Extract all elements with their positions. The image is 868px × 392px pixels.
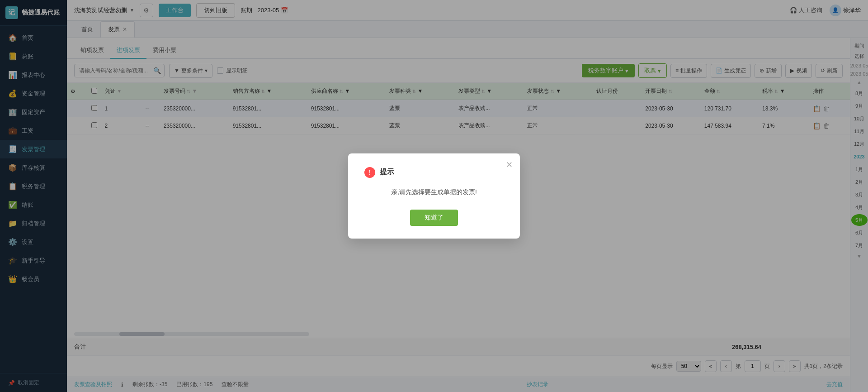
modal-title-row: ! 提示 [364,167,504,178]
warning-icon: ! [364,167,375,178]
modal-footer: 知道了 [364,210,504,226]
modal-close-button[interactable]: ✕ [506,160,513,170]
modal-title: 提示 [380,167,394,177]
modal-ok-button[interactable]: 知道了 [410,210,458,226]
modal-dialog: ✕ ! 提示 亲,请先选择要生成单据的发票! 知道了 [348,153,520,239]
modal-overlay: ✕ ! 提示 亲,请先选择要生成单据的发票! 知道了 [0,0,868,392]
modal-message: 亲,请先选择要生成单据的发票! [364,187,504,197]
